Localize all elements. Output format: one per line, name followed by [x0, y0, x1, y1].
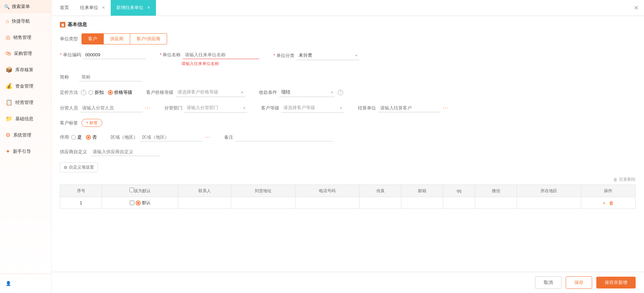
tab-new-partner[interactable]: 新增往来单位✕: [111, 0, 156, 16]
finance-icon: 💰: [6, 83, 13, 89]
custom-settings-button[interactable]: ⚙ 自定义项设置: [60, 162, 98, 172]
customer-level-select[interactable]: 请选择客户等级 ▾: [281, 103, 344, 113]
price-level-select[interactable]: 请选择客户价格等级 ▾: [175, 88, 245, 97]
row-delete-btn[interactable]: 🗑: [609, 200, 614, 206]
row-email: [401, 197, 443, 209]
sidebar-item-guide[interactable]: ✦新手引导: [0, 143, 51, 160]
category-select[interactable]: 未分类 ▾: [297, 51, 359, 60]
category-value: 未分类: [299, 52, 354, 58]
payment-chevron: ▾: [331, 90, 333, 94]
table-header-到货地址: 到货地址: [231, 185, 295, 197]
sales-icon: ◎: [6, 34, 10, 41]
search-icon: 🔍: [4, 4, 10, 9]
tag-label: 客户标签: [60, 120, 78, 126]
disabled-radio-group: 是否: [71, 134, 97, 140]
category-label: 单位分类: [273, 52, 294, 59]
unit-type-group: 客户供应商客户/供应商: [81, 33, 167, 44]
window-close-button[interactable]: ✕: [631, 3, 641, 13]
abbr-row: 简称: [60, 73, 636, 81]
abbr-input[interactable]: [79, 73, 142, 81]
sidebar-item-sales[interactable]: ◎销售管理: [0, 29, 51, 46]
region-input[interactable]: [140, 133, 203, 141]
default-label: 默认: [142, 200, 150, 206]
name-field: 单位名称 请输入往来单位名称: [160, 51, 260, 67]
table-header-所在地区: 所在地区: [517, 185, 581, 197]
unit-type-customer-button[interactable]: 客户: [81, 33, 104, 44]
sidebar-item-label: 资金管理: [15, 83, 33, 89]
payment-help-icon[interactable]: ?: [338, 90, 343, 95]
code-field: 单位编码: [60, 51, 146, 59]
sidebar-item-finance[interactable]: 💰资金管理: [0, 78, 51, 94]
section-icon: 📋: [60, 22, 65, 27]
table-header-序号: 序号: [60, 185, 102, 197]
row-checkbox[interactable]: [130, 201, 134, 205]
sidebar-item-label: 基础信息: [15, 116, 33, 122]
disabled-radio-no[interactable]: 否: [86, 134, 97, 140]
tag-row: 客户标签 + 标签: [60, 119, 636, 127]
tab-home[interactable]: 首页: [54, 0, 74, 16]
sidebar-item-quick-nav[interactable]: ⌂快捷导航: [0, 13, 51, 29]
dept-chevron: ▾: [243, 106, 245, 110]
name-input[interactable]: [183, 51, 259, 59]
select-all-checkbox[interactable]: [129, 188, 134, 192]
table-header-操作: 操作: [581, 185, 635, 197]
save-new-button[interactable]: 保存并新增: [596, 277, 636, 288]
quick-nav-icon: ⌂: [6, 18, 9, 24]
unit-type-both-button[interactable]: 客户/供应商: [130, 33, 167, 44]
table-header-联系人: 联系人: [178, 185, 231, 197]
dept-select[interactable]: 请输入分管部门 ▾: [184, 103, 247, 113]
sidebar-item-inventory[interactable]: 📦库存核算: [0, 62, 51, 78]
table-row: 1 默认 + 🗑: [60, 197, 636, 209]
radio-circle-disabled-no: [86, 135, 91, 140]
sidebar-item-label: 采购管理: [14, 50, 32, 57]
pricing-radio-discount[interactable]: 折扣: [88, 89, 104, 96]
radio-label-disabled-no: 否: [92, 134, 97, 140]
row-add-btn[interactable]: +: [603, 200, 606, 206]
manager-more-btn[interactable]: ···: [145, 105, 150, 111]
batch-delete-area[interactable]: 🗑 批量删除: [60, 177, 636, 182]
payment-select[interactable]: 现结 ▾: [279, 88, 335, 97]
payment-field: 收款条件 现结 ▾ ?: [259, 88, 343, 97]
pricing-help-icon[interactable]: ?: [81, 90, 86, 95]
disabled-radio-yes[interactable]: 是: [71, 134, 82, 140]
add-tag-button[interactable]: + 标签: [81, 119, 102, 127]
customer-level-label: 客户等级: [261, 105, 279, 111]
tab-close-partner[interactable]: ✕: [102, 5, 105, 10]
dept-placeholder: 请输入分管部门: [187, 105, 242, 111]
sidebar-item-basic-info[interactable]: 📁基础信息: [0, 111, 51, 127]
remark-field: 备注: [224, 133, 333, 141]
name-label: 单位名称: [160, 52, 181, 58]
sidebar-item-label: 系统管理: [13, 132, 31, 138]
sidebar-item-user[interactable]: 👤: [0, 277, 51, 290]
sidebar: 🔍 搜索菜单 ⌂快捷导航◎销售管理🛍采购管理📦库存核算💰资金管理📋经营管理📁基础…: [0, 0, 52, 293]
tab-partner[interactable]: 往来单位✕: [74, 0, 111, 16]
price-level-chevron: ▾: [241, 90, 243, 94]
cancel-button[interactable]: 取消: [535, 276, 561, 289]
manager-input[interactable]: [80, 104, 143, 112]
sidebar-item-operations[interactable]: 📋经营管理: [0, 94, 51, 111]
code-input[interactable]: [83, 51, 146, 59]
unit-type-supplier-button[interactable]: 供应商: [104, 33, 130, 44]
row-region: [517, 197, 581, 209]
tab-label-home: 首页: [60, 5, 69, 11]
sidebar-item-purchase[interactable]: 🛍采购管理: [0, 46, 51, 62]
operations-icon: 📋: [6, 99, 13, 106]
tab-close-new-partner[interactable]: ✕: [147, 5, 150, 10]
radio-label-discount: 折扣: [95, 89, 104, 96]
search-menu[interactable]: 🔍 搜索菜单: [0, 0, 51, 13]
supplier-custom-input[interactable]: [91, 148, 160, 156]
save-button[interactable]: 保存: [566, 276, 592, 289]
table-header-邮箱: 邮箱: [401, 185, 443, 197]
default-radio[interactable]: [136, 201, 141, 205]
tab-label-partner: 往来单位: [80, 5, 98, 11]
region-more-btn[interactable]: ···: [205, 134, 210, 140]
pricing-radio-price-level[interactable]: 价格等级: [108, 89, 132, 96]
remark-input[interactable]: [235, 133, 333, 141]
settlement-input[interactable]: [378, 104, 441, 112]
search-menu-label: 搜索菜单: [12, 3, 30, 10]
payment-label: 收款条件: [259, 89, 277, 96]
batch-delete-label: 批量删除: [619, 177, 636, 182]
sidebar-item-system[interactable]: ⚙系统管理: [0, 127, 51, 143]
settlement-more-btn[interactable]: ···: [443, 105, 448, 111]
purchase-icon: 🛍: [6, 50, 11, 57]
